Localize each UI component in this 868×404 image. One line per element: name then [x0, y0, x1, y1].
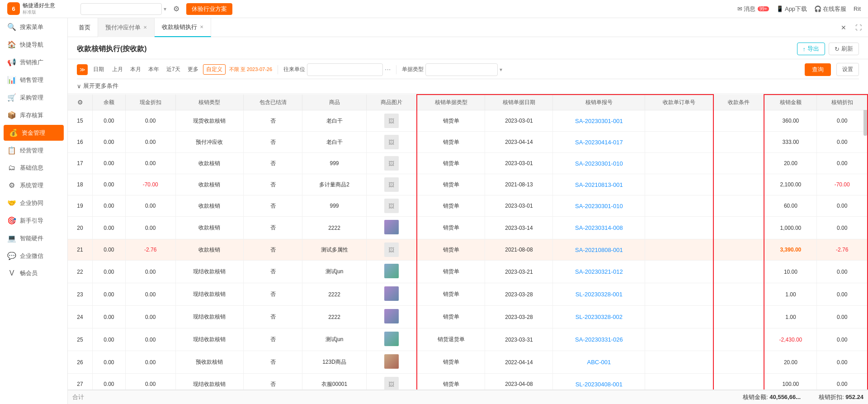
cancel-bill-link[interactable]: ABC-001: [587, 359, 611, 366]
bill-type-dropdown-icon[interactable]: ▾: [500, 67, 502, 73]
cell-cancel-bill-type: 销货单: [417, 306, 485, 328]
tab-prepay-close-icon[interactable]: ✕: [143, 25, 147, 30]
sidebar-item-member[interactable]: V 畅会员: [0, 265, 67, 282]
refresh-icon: ↻: [835, 46, 840, 52]
date-7days-btn[interactable]: 近7天: [164, 65, 183, 74]
th-receipt-order-no: 收款单订单号: [645, 95, 713, 110]
cancel-bill-link[interactable]: SL-20230408-001: [576, 381, 623, 388]
sidebar-item-collab[interactable]: 🤝 企业协同: [0, 194, 67, 212]
cell-index: 17: [68, 153, 93, 174]
marketing-icon: 📢: [7, 58, 16, 67]
vertical-scrollbar[interactable]: [863, 109, 867, 136]
refresh-button[interactable]: ↻ 刷新: [829, 43, 859, 55]
cell-cancel-discount: 0.00: [817, 195, 868, 217]
cancel-bill-link[interactable]: SA-20230301-001: [575, 118, 623, 124]
sidebar-item-guide[interactable]: 🎯 新手引导: [0, 212, 67, 229]
user-label: Rit: [854, 5, 861, 12]
tab-cancel[interactable]: 收款核销执行 ✕: [155, 18, 211, 37]
sidebar-item-hardware[interactable]: 💻 智能硬件: [0, 229, 67, 247]
top-bar-middle: ▾ ⚙ 休验行业方案: [80, 3, 732, 15]
window-close-button[interactable]: ✕: [838, 23, 849, 32]
cancel-bill-link[interactable]: SA-20210813-001: [575, 181, 623, 188]
cell-goods: 老白干: [302, 110, 366, 132]
cancel-bill-link[interactable]: SA-20230301-010: [575, 160, 623, 167]
table-row: 16 0.00 0.00 预付冲应收 否 老白干 🖼 销货单 2023-04-1…: [68, 132, 868, 153]
cell-cancel-amount: 333.00: [764, 132, 816, 153]
member-icon: V: [7, 269, 16, 277]
cancel-bill-link[interactable]: SL-20230328-002: [576, 314, 623, 320]
cell-cancel-amount: 2,100.00: [764, 174, 816, 195]
cell-goods: 2222: [302, 217, 366, 239]
cell-cancel-bill-type: 销货单: [417, 110, 485, 132]
cancel-bill-link[interactable]: SA-20230331-026: [575, 336, 623, 343]
cell-cancel-bill-date: 2023-03-01: [485, 110, 553, 132]
tab-home[interactable]: 首页: [71, 18, 98, 37]
cell-receipt-condition: [713, 351, 764, 374]
settings-icon[interactable]: ⚙: [77, 99, 83, 106]
user-item[interactable]: Rit: [854, 5, 861, 12]
tab-cancel-close-icon[interactable]: ✕: [200, 24, 203, 29]
cell-index: 24: [68, 306, 93, 328]
partner-dots-icon[interactable]: ···: [385, 66, 391, 74]
sidebar-item-inventory[interactable]: 📦 库存核算: [0, 106, 67, 124]
messages-item[interactable]: ✉ 消息 99+: [737, 5, 769, 13]
query-button[interactable]: 查询: [805, 63, 831, 76]
th-settings[interactable]: ⚙: [68, 95, 93, 110]
cell-receipt-order-no: [645, 283, 713, 306]
dropdown-arrow-icon[interactable]: ▾: [164, 6, 166, 12]
app-download-item[interactable]: 📱 App下载: [776, 5, 807, 13]
cancel-bill-link[interactable]: SA-20230301-010: [575, 203, 623, 209]
sidebar-item-search[interactable]: 🔍 搜索菜单: [0, 18, 67, 36]
collab-icon: 🤝: [7, 199, 16, 207]
sidebar-item-operation[interactable]: 📋 经营管理: [0, 142, 67, 159]
cancel-bill-link[interactable]: SA-20230414-017: [575, 139, 623, 146]
expand-more-row[interactable]: ∨ 展开更多条件: [77, 79, 859, 90]
sidebar-item-finance[interactable]: 💰 资金管理: [4, 125, 64, 141]
sidebar-item-system[interactable]: ⚙ 系统管理: [0, 176, 67, 194]
sidebar-item-basic[interactable]: 🗂 基础信息: [0, 159, 67, 176]
cancel-bill-link[interactable]: SA-20230314-008: [575, 224, 623, 231]
online-service-item[interactable]: 🎧 在线客服: [814, 5, 846, 13]
sidebar-item-nav[interactable]: 🏠 快捷导航: [0, 36, 67, 53]
th-cancel-bill-date: 核销单据日期: [485, 95, 553, 110]
cell-cancel-amount: 1,000.00: [764, 217, 816, 239]
partner-input[interactable]: [307, 63, 383, 76]
date-custom-btn[interactable]: 自定义: [203, 64, 226, 75]
th-cancel-amount: 核销金额: [764, 95, 816, 110]
sidebar-item-wechat[interactable]: 💬 企业微信: [0, 247, 67, 265]
solution-button[interactable]: 休验行业方案: [186, 3, 232, 15]
headset-icon: 🎧: [814, 5, 821, 12]
gear-button[interactable]: ⚙: [170, 3, 183, 15]
cancel-bill-link[interactable]: SA-20230321-012: [575, 268, 623, 275]
setting-button[interactable]: 设置: [836, 63, 859, 76]
export-button[interactable]: ↑ 导出: [797, 43, 826, 55]
cell-receipt-order-no: [645, 306, 713, 328]
phone-icon: 📱: [776, 5, 783, 12]
date-more-btn[interactable]: 更多: [185, 65, 201, 74]
cancel-bill-link[interactable]: SL-20230328-001: [576, 291, 623, 298]
date-last-month-btn[interactable]: 上月: [109, 65, 126, 74]
date-this-month-btn[interactable]: 本月: [127, 65, 144, 74]
cell-include-settled: 否: [243, 153, 302, 174]
sidebar-item-marketing[interactable]: 📢 营销推广: [0, 53, 67, 71]
goods-image-default: 🖼: [384, 242, 399, 257]
sidebar-item-sales[interactable]: 📊 销售管理: [0, 71, 67, 89]
date-this-year-btn[interactable]: 本年: [146, 65, 162, 74]
filter-expand-button[interactable]: ≫: [77, 64, 88, 75]
cell-cash-discount: 0.00: [125, 374, 175, 390]
top-search-input[interactable]: [80, 3, 162, 15]
cell-cash-discount: 0.00: [125, 195, 175, 217]
sidebar-label-sales: 销售管理: [20, 76, 43, 84]
cancel-bill-link[interactable]: SA-20210808-001: [575, 247, 623, 253]
th-cancel-type: 核销类型: [175, 95, 243, 110]
cell-receipt-order-no: [645, 374, 713, 390]
table-row: 18 0.00 -70.00 收款核销 否 多计量商品2 🖼 销货单 2021-…: [68, 174, 868, 195]
cell-index: 26: [68, 351, 93, 374]
cell-goods: 999: [302, 195, 366, 217]
window-maximize-button[interactable]: ⛶: [853, 23, 864, 32]
sidebar-item-purchase[interactable]: 🛒 采购管理: [0, 89, 67, 106]
bill-type-input[interactable]: [425, 63, 498, 76]
tab-prepay[interactable]: 预付冲应付单 ✕: [98, 18, 155, 37]
table-container[interactable]: ⚙ 余额 现金折扣 核销类型 包含已结清 商品 商品图片 核销单据类型 核销单据…: [68, 94, 868, 390]
cell-goods: 123D商品: [302, 351, 366, 374]
